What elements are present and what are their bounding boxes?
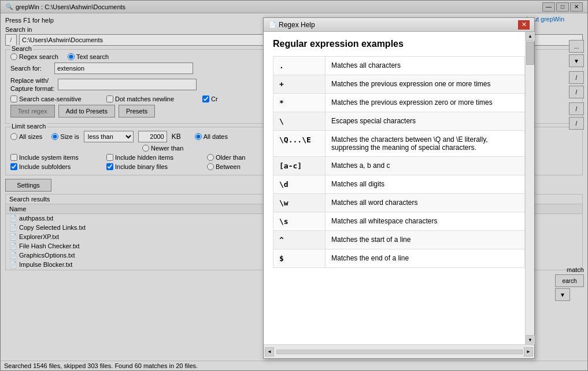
regex-table-row: \ Escapes special characters xyxy=(273,112,525,131)
modal-content-area: Regular expression examples . Matches al… xyxy=(264,32,534,344)
modal-bottom-bar: ◄ ► xyxy=(264,344,534,358)
regex-description: Matches the previous expression zero or … xyxy=(326,94,525,112)
modal-title-bar: 📄 Regex Help ✕ xyxy=(264,18,534,32)
regex-symbol: \ xyxy=(273,112,326,131)
horizontal-scrollbar-track[interactable] xyxy=(276,350,523,354)
scroll-right-btn[interactable]: ► xyxy=(524,347,533,357)
regex-table-row: + Matches the previous expression one or… xyxy=(273,75,525,94)
regex-symbol: . xyxy=(273,57,326,75)
regex-table-row: $ Matches the end of a line xyxy=(273,249,525,268)
regex-table-row: * Matches the previous expression zero o… xyxy=(273,94,525,112)
regex-symbol: + xyxy=(273,75,326,94)
regex-description: Matches the end of a line xyxy=(326,249,525,268)
regex-help-modal: 📄 Regex Help ✕ Regular expression exampl… xyxy=(263,17,535,359)
regex-description: Escapes special characters xyxy=(326,112,525,131)
regex-description: Matches a, b and c xyxy=(326,157,525,175)
regex-table-row: \s Matches all whitespace characters xyxy=(273,212,525,231)
regex-symbol: ^ xyxy=(273,231,326,249)
regex-table-row: . Matches all characters xyxy=(273,57,525,75)
modal-overlay: 📄 Regex Help ✕ Regular expression exampl… xyxy=(0,0,588,371)
regex-table-row: \w Matches all word characters xyxy=(273,194,525,212)
regex-description: Matches all word characters xyxy=(326,194,525,212)
modal-scrollbar[interactable]: ▲ ▼ xyxy=(525,32,534,344)
modal-close-button[interactable]: ✕ xyxy=(518,20,530,30)
regex-table: . Matches all characters + Matches the p… xyxy=(273,56,525,268)
regex-symbol: \d xyxy=(273,175,326,194)
regex-symbol: \w xyxy=(273,194,326,212)
regex-table-row: [a-c] Matches a, b and c xyxy=(273,157,525,175)
modal-heading: Regular expression examples xyxy=(273,39,525,49)
regex-symbol: $ xyxy=(273,249,326,268)
regex-symbol: * xyxy=(273,94,326,112)
modal-icon: 📄 xyxy=(268,21,276,29)
regex-description: Matches all characters xyxy=(326,57,525,75)
regex-symbol: \s xyxy=(273,212,326,231)
modal-title: Regex Help xyxy=(279,21,518,29)
scroll-thumb[interactable] xyxy=(526,42,534,65)
regex-description: Matches all digits xyxy=(326,175,525,194)
regex-description: Matches the previous expression one or m… xyxy=(326,75,525,94)
regex-symbol: [a-c] xyxy=(273,157,326,175)
regex-description: Matches all whitespace characters xyxy=(326,212,525,231)
scroll-down-btn[interactable]: ▼ xyxy=(526,335,535,344)
regex-table-row: ^ Matches the start of a line xyxy=(273,231,525,249)
scroll-left-btn[interactable]: ◄ xyxy=(265,347,274,357)
regex-symbol: \Q...\E xyxy=(273,131,326,157)
regex-table-row: \d Matches all digits xyxy=(273,175,525,194)
regex-description: Matches the characters between \Q and \E… xyxy=(326,131,525,157)
scroll-up-btn[interactable]: ▲ xyxy=(526,32,535,41)
regex-description: Matches the start of a line xyxy=(326,231,525,249)
regex-table-row: \Q...\E Matches the characters between \… xyxy=(273,131,525,157)
